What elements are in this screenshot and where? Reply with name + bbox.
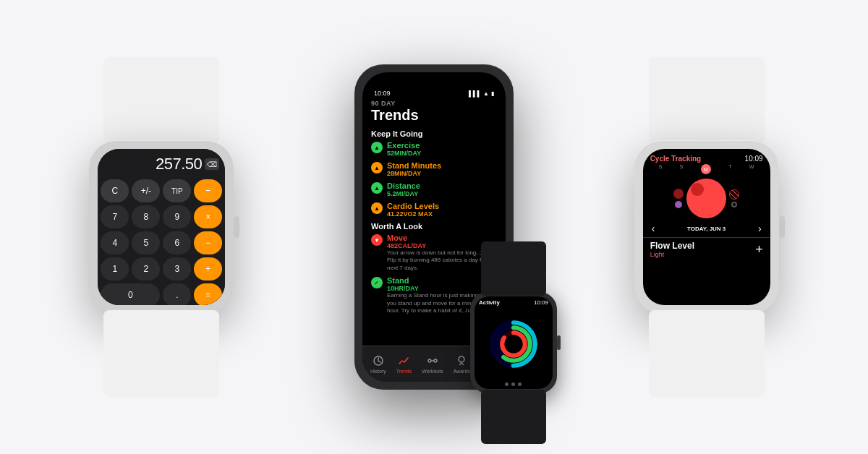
calc-btn-divide[interactable]: ÷ [194,179,222,202]
trend-text-stand-min: Stand Minutes 28MIN/DAY [387,161,441,177]
cycle-dot-outline [731,202,737,207]
cycle-screen: Cycle Tracking 10:09 S S M T W [643,149,770,305]
watch-small-band-bottom [481,390,546,444]
trends-title: Trends [371,107,497,124]
watch-band-top-left [103,57,219,144]
keep-going-header: Keep It Going [371,129,497,138]
trend-text-distance: Distance 5.2MI/DAY [387,181,420,197]
watch-small-screen: Activity 10:09 [475,296,553,389]
history-icon [372,354,385,367]
trend-icon-cardio: ▲ [371,202,383,214]
trends-period-label: 90 DAY [371,100,497,107]
cycle-dot-2 [675,201,682,208]
svg-point-15 [502,333,525,356]
calc-backspace-icon[interactable]: ⌫ [205,158,219,170]
svg-point-1 [428,359,431,362]
trend-metric-stand-min: Stand Minutes [387,161,441,170]
watch-crown-left [234,216,239,238]
calc-btn-tip[interactable]: TIP [163,179,191,202]
cycle-days-row: S S M T W [643,164,770,174]
cycle-flow-sub: Light [650,251,763,258]
worth-look-header: Worth A Look [371,222,497,231]
watch-cycle-container: Cycle Tracking 10:09 S S M T W [634,46,779,408]
tab-history-label: History [370,369,386,374]
calc-btn-3[interactable]: 3 [163,257,191,280]
watch-band-bottom-left [103,310,219,397]
watch-screen-calculator: 257.50 ⌫ C +/- TIP ÷ 7 8 9 × 4 5 [98,149,225,305]
scene: 257.50 ⌫ C +/- TIP ÷ 7 8 9 × 4 5 [0,0,868,454]
tab-workouts[interactable]: Workouts [422,354,443,374]
cycle-nav: ‹ TODAY, JUN 3 › [643,220,770,237]
tab-awards-label: Awards [454,369,470,374]
trend-metric-exercise: Exercise [387,141,421,150]
watch-small-body: Activity 10:09 [470,292,557,393]
activity-header: Activity 10:09 [475,296,553,306]
calc-btn-plusminus[interactable]: +/- [132,179,160,202]
iphone-time: 10:09 [374,90,391,97]
cycle-day-t: T [728,164,731,174]
cycle-nav-right[interactable]: › [758,223,762,234]
calc-btn-4[interactable]: 4 [101,231,129,254]
watch-cycle: Cycle Tracking 10:09 S S M T W [634,140,779,314]
calc-btn-8[interactable]: 8 [132,205,160,228]
activity-title: Activity [479,299,500,306]
tab-history[interactable]: History [370,354,386,374]
watch-small-band-top [481,241,546,296]
trend-metric-cardio: Cardio Levels [387,202,439,210]
tab-trends[interactable]: Trends [396,354,412,374]
center-group: 10:09 ▌▌▌ ▲ ▮ 90 DAY Trends Keep It Goin… [354,39,514,415]
trend-text-cardio: Cardio Levels 41.22VO2 MAX [387,202,439,218]
watch-crown-right [779,216,785,238]
trend-item-move: ▼ Move 482CAL/DAY Your arrow is down but… [371,234,497,272]
trends-icon [397,354,410,367]
watch-body-left: 257.50 ⌫ C +/- TIP ÷ 7 8 9 × 4 5 [89,140,234,314]
calc-btn-2[interactable]: 2 [132,257,160,280]
cycle-day-w: W [749,164,754,174]
cycle-day-s2: S [680,164,684,174]
tab-awards[interactable]: Awards [454,354,470,374]
watch-band-bottom-right [649,310,765,397]
calc-btn-9[interactable]: 9 [163,205,191,228]
trend-item-distance: ▲ Distance 5.2MI/DAY [371,181,497,197]
calc-btn-c[interactable]: C [101,179,129,202]
cycle-nav-left[interactable]: ‹ [652,223,655,234]
calc-btn-5[interactable]: 5 [132,231,160,254]
cycle-dot-hatched [729,189,739,200]
cycle-flow-section: Flow Level Light + [643,237,770,261]
calc-btn-1[interactable]: 1 [101,257,129,280]
calc-btn-0[interactable]: 0 [101,283,160,305]
trend-icon-exercise: ▲ [371,142,383,153]
signal-icon: ▌▌▌ [469,90,481,97]
calc-btn-minus[interactable]: − [194,231,222,254]
calc-btn-equals[interactable]: = [194,283,222,305]
calc-btn-plus[interactable]: + [194,257,222,280]
iphone-notch [405,72,463,87]
watch-activity-small: Activity 10:09 [470,292,557,393]
wifi-icon: ▲ [483,90,489,97]
calc-btn-6[interactable]: 6 [163,231,191,254]
cycle-dot-1 [673,189,684,199]
awards-icon [455,354,468,367]
trend-item-cardio: ▲ Cardio Levels 41.22VO2 MAX [371,202,497,218]
watch-small-crown [557,335,561,350]
workouts-icon [426,354,439,367]
calc-btn-multiply[interactable]: × [194,205,222,228]
trend-icon-move: ▼ [371,234,383,246]
calc-display: 257.50 ⌫ [98,149,225,176]
cycle-date: TODAY, JUN 3 [687,226,726,232]
watch-band-top-right [649,57,765,144]
cycle-add-button[interactable]: + [755,242,763,257]
calc-btn-dot[interactable]: . [163,283,191,305]
cycle-main-circle [686,179,726,218]
trend-icon-distance: ▲ [371,182,383,194]
calc-btn-7[interactable]: 7 [101,205,129,228]
trend-item-stand-min: ▲ Stand Minutes 28MIN/DAY [371,161,497,177]
trend-metric-distance: Distance [387,181,420,190]
trend-text-exercise: Exercise 52MIN/DAY [387,141,421,157]
cycle-day-m: M [701,164,711,174]
rings-svg [488,319,539,369]
trend-metric-move: Move [387,234,497,242]
watch-screen-cycle: Cycle Tracking 10:09 S S M T W [643,149,770,305]
calc-buttons: C +/- TIP ÷ 7 8 9 × 4 5 6 − 1 2 [98,176,225,305]
cycle-time: 10:09 [745,155,763,163]
